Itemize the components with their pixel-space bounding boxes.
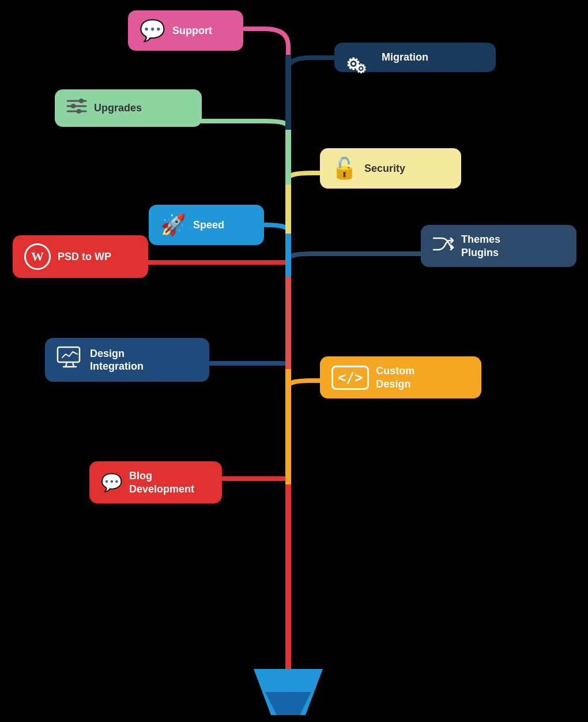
blog-label: Blog Development — [129, 469, 194, 495]
psd-label: PSD to WP — [58, 250, 111, 264]
blog-icon: 💬 — [101, 472, 122, 492]
security-label: Security — [364, 162, 405, 175]
migration-label: Migration — [382, 51, 428, 64]
speed-label: Speed — [193, 219, 224, 232]
svg-point-10 — [79, 99, 84, 103]
custom-label: Custom Design — [376, 364, 414, 390]
security-node: 🔓 Security — [320, 148, 461, 189]
shuffle-icon — [432, 235, 454, 257]
wordpress-icon: W — [24, 243, 51, 270]
themes-node: Themes Plugins — [421, 225, 576, 267]
sliders-icon — [66, 97, 87, 119]
support-node: 💬 Support — [128, 10, 243, 51]
lock-icon: 🔓 — [331, 156, 357, 180]
psd-node: W PSD to WP — [13, 235, 148, 278]
migration-node: ⚙ ⚙ Migration — [334, 43, 496, 72]
themes-label: Themes Plugins — [461, 233, 500, 259]
chat-icon: 💬 — [140, 18, 165, 43]
support-label: Support — [172, 24, 212, 37]
blog-node: 💬 Blog Development — [89, 461, 222, 503]
rocket-icon: 🚀 — [160, 213, 186, 237]
svg-point-12 — [71, 104, 76, 108]
diagram-container: 💬 Support ⚙ ⚙ Migration Upgrades 🔓 Secur… — [0, 0, 588, 722]
design-label: Design Integration — [90, 347, 144, 373]
monitor-icon — [56, 346, 83, 374]
upgrades-node: Upgrades — [55, 89, 202, 127]
svg-marker-8 — [265, 692, 311, 715]
code-icon: </> — [331, 366, 369, 390]
design-node: Design Integration — [45, 338, 209, 382]
svg-rect-15 — [58, 347, 80, 362]
svg-marker-7 — [254, 669, 323, 715]
svg-point-14 — [77, 109, 81, 114]
speed-node: 🚀 Speed — [149, 205, 264, 245]
upgrades-label: Upgrades — [94, 101, 142, 115]
custom-design-node: </> Custom Design — [320, 356, 481, 398]
